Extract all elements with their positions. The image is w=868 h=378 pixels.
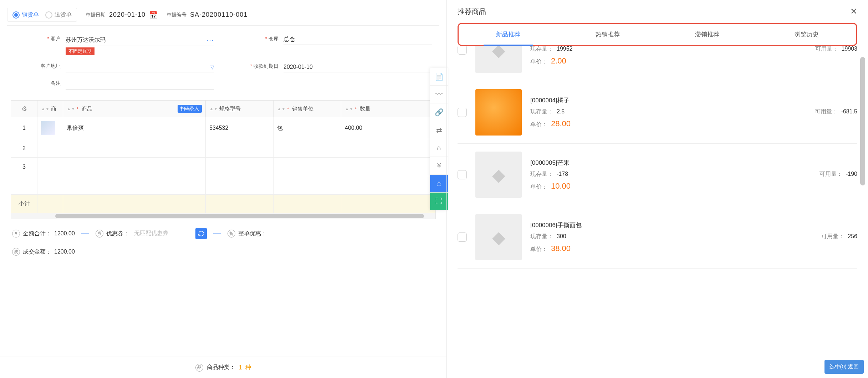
- tool-currency[interactable]: ￥: [430, 157, 448, 175]
- product-info: [0000004]橘子 现存量：2.5 可用量：-681.5 单价：28.00: [530, 96, 857, 128]
- subtotal-row: 小计: [11, 195, 435, 213]
- col-settings[interactable]: ⚙: [11, 101, 37, 117]
- col-qty[interactable]: ▲▼*数量: [341, 101, 435, 117]
- close-icon[interactable]: ✕: [850, 6, 857, 16]
- radio-icon: [12, 11, 20, 19]
- scrollbar-thumb[interactable]: [860, 57, 865, 185]
- totals-row: ¥ 金额合计： 1200.00 — 券 优惠券： 无匹配优惠券 — 折 整单优惠…: [7, 219, 439, 248]
- coupon-input[interactable]: 无匹配优惠券: [132, 229, 193, 238]
- product-info: [0000005]芒果 现存量：-178 可用量：-190 单价：10.00: [530, 159, 857, 191]
- scan-input-button[interactable]: 扫码录入: [178, 105, 202, 113]
- minus-icon: —: [213, 229, 221, 238]
- cell-qty[interactable]: 400.00: [341, 117, 435, 139]
- calendar-icon[interactable]: 📅: [149, 11, 158, 19]
- chevron-down-icon[interactable]: ▽: [210, 64, 214, 70]
- tab-hot-products[interactable]: 热销推荐: [558, 27, 658, 42]
- sort-icon: ▲▼: [67, 108, 75, 110]
- table-row[interactable]: 3: [11, 158, 435, 176]
- table-header: ⚙ ▲▼商 ▲▼*商品扫码录入 ▲▼规格型号 ▲▼*销售单位 ▲▼*数量: [11, 101, 435, 117]
- kinds-label: 商品种类：: [207, 364, 235, 371]
- field-label: 备注: [14, 79, 61, 87]
- product-checkbox[interactable]: [458, 46, 467, 55]
- tab-slow-products[interactable]: 滞销推荐: [658, 27, 757, 42]
- vertical-scrollbar[interactable]: [860, 57, 865, 349]
- recommend-footer: 选中(0) 返回: [824, 360, 864, 374]
- doc-no-value: SA-20200110-001: [190, 11, 247, 19]
- kinds-count: 1: [239, 364, 242, 371]
- bottom-bar: 品 商品种类： 1 种: [0, 357, 446, 378]
- order-type-tabs: 销货单 退货单: [7, 8, 77, 22]
- product-image-orange: [475, 89, 522, 136]
- coupon-field: 券 优惠券： 无匹配优惠券: [96, 228, 207, 239]
- address-input[interactable]: ▽: [66, 62, 214, 72]
- refresh-icon: [198, 230, 204, 237]
- table-row[interactable]: 2: [11, 139, 435, 158]
- recommend-list[interactable]: ◆ 250ml 现存量：19952 可用量：19903 单价：2.00 [000…: [447, 46, 868, 378]
- tool-chart[interactable]: 〰: [430, 86, 448, 103]
- remark-row: 备注: [14, 79, 214, 90]
- product-info: 250ml 现存量：19952 可用量：19903 单价：2.00: [530, 46, 857, 66]
- top-bar: 销货单 退货单 单据日期 2020-01-10 📅 单据编号 SA-202001…: [7, 4, 439, 26]
- select-return-button[interactable]: 选中(0) 返回: [824, 360, 864, 374]
- tab-new-products[interactable]: 新品推荐: [459, 27, 558, 42]
- tool-exchange[interactable]: ⇄: [430, 121, 448, 139]
- product-checkbox[interactable]: [458, 108, 467, 117]
- product-checkbox[interactable]: [458, 170, 467, 179]
- remark-input[interactable]: [66, 79, 214, 90]
- horizontal-scrollbar[interactable]: [11, 213, 435, 219]
- discount-icon: 折: [228, 230, 235, 237]
- whole-discount: 折 整单优惠：: [228, 230, 267, 237]
- tool-fullscreen[interactable]: ⛶: [430, 193, 448, 210]
- field-label: 单据编号: [167, 12, 187, 18]
- tool-link[interactable]: 🔗: [430, 103, 448, 121]
- account-period-badge: 不固定账期: [66, 47, 95, 55]
- form-area: *客户 苏州万达沃尔玛 ⋯ 不固定账期 *仓库 总仓 客户地址: [7, 26, 439, 93]
- tool-note[interactable]: 📄: [430, 68, 448, 86]
- tab-sales-order[interactable]: 销货单: [12, 11, 39, 19]
- customer-input[interactable]: 苏州万达沃尔玛 ⋯: [66, 34, 214, 46]
- more-icon[interactable]: ⋯: [206, 36, 214, 44]
- field-label: *仓库: [232, 34, 279, 42]
- col-spec[interactable]: ▲▼规格型号: [206, 101, 274, 117]
- field-label: 单据日期: [86, 12, 106, 18]
- line-items-table: ⚙ ▲▼商 ▲▼*商品扫码录入 ▲▼规格型号 ▲▼*销售单位 ▲▼*数量 1 果…: [11, 100, 436, 219]
- refresh-button[interactable]: [195, 228, 207, 239]
- table-row[interactable]: 1 果倍爽 534532 包 400.00: [11, 117, 435, 139]
- recommend-header: 推荐商品 ✕: [447, 0, 868, 23]
- kinds-suffix: 种: [245, 364, 251, 371]
- field-label: *客户: [14, 34, 61, 42]
- product-card: ◆ 250ml 现存量：19952 可用量：19903 单价：2.00: [458, 46, 857, 81]
- gear-icon: ⚙: [21, 105, 27, 113]
- product-title: [0000004]橘子: [530, 96, 857, 104]
- cell-spec[interactable]: 534532: [206, 117, 274, 139]
- coupon-icon: 券: [96, 230, 103, 237]
- due-date-row: *收款到期日 2020-01-10: [232, 62, 432, 72]
- doc-no-field: 单据编号 SA-20200110-001: [167, 11, 247, 19]
- field-label: 客户地址: [14, 62, 61, 70]
- sort-icon: ▲▼: [209, 108, 218, 110]
- scrollbar-thumb[interactable]: [55, 214, 424, 218]
- cell-product[interactable]: 果倍爽: [63, 117, 206, 139]
- product-checkbox[interactable]: [458, 233, 467, 242]
- tool-inbox[interactable]: ⌂: [430, 139, 448, 157]
- tab-return-order[interactable]: 退货单: [45, 11, 72, 19]
- cell-idx: 2: [11, 139, 37, 157]
- col-sku[interactable]: ▲▼商: [37, 101, 63, 117]
- table-row[interactable]: [11, 176, 435, 195]
- due-date-input[interactable]: 2020-01-10: [284, 62, 432, 72]
- col-unit[interactable]: ▲▼*销售单位: [274, 101, 341, 117]
- amount-total: ¥ 金额合计： 1200.00: [12, 230, 75, 237]
- product-title: [0000006]手撕面包: [530, 221, 857, 229]
- product-info: [0000006]手撕面包 现存量：300 可用量：256 单价：38.00: [530, 221, 857, 253]
- tool-favorite[interactable]: ☆: [430, 175, 448, 193]
- product-title: [0000005]芒果: [530, 159, 857, 167]
- warehouse-input[interactable]: 总仓: [284, 34, 432, 45]
- product-image-placeholder: ◆: [475, 46, 522, 73]
- tab-label: 销货单: [22, 11, 39, 19]
- product-card: [0000004]橘子 现存量：2.5 可用量：-681.5 单价：28.00: [458, 81, 857, 144]
- col-product[interactable]: ▲▼*商品扫码录入: [63, 101, 206, 117]
- cell-unit[interactable]: 包: [274, 117, 341, 139]
- tab-history[interactable]: 浏览历史: [757, 27, 856, 42]
- deal-amount: 成 成交金额： 1200.00: [12, 248, 75, 256]
- doc-date-value[interactable]: 2020-01-10: [109, 11, 145, 19]
